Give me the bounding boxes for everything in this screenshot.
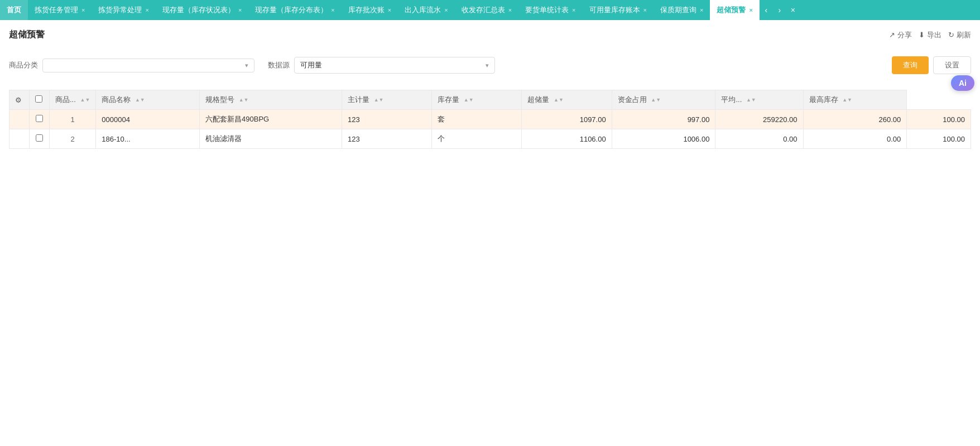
ai-button[interactable]: Ai xyxy=(951,75,974,91)
nav-summary-table[interactable]: 收发存汇总表 × xyxy=(455,0,518,20)
nav-shelf-life[interactable]: 保质期查询 × xyxy=(654,0,710,20)
close-icon[interactable]: × xyxy=(388,7,391,13)
table-row: 2 186-10... 机油滤清器 123 个 1106.00 1006.00 … xyxy=(9,129,971,149)
datasource-select-value: 可用量 xyxy=(300,60,322,70)
data-table: ⚙ 商品... ▲▼ 商品名称 ▲▼ 规格型号 ▲▼ 主计 xyxy=(9,90,971,149)
nav-batch-account[interactable]: 库存批次账 × xyxy=(342,0,398,20)
row-unit: 个 xyxy=(432,129,522,149)
nav-available-book[interactable]: 可用量库存账本 × xyxy=(583,0,654,20)
row-gear-cell xyxy=(9,129,30,149)
row-checkbox-cell[interactable] xyxy=(30,129,50,149)
row-avg-price: 260.00 xyxy=(803,110,907,129)
row-product-code: 186-10... xyxy=(96,129,200,149)
close-icon[interactable]: × xyxy=(508,7,512,13)
sort-icon: ▲▼ xyxy=(651,98,661,103)
row-stock-qty: 1106.00 xyxy=(522,129,612,149)
datasource-filter-label: 数据源 xyxy=(268,60,290,70)
nav-stock-dist[interactable]: 现存量（库存分布表） × xyxy=(248,0,341,20)
th-checkbox[interactable] xyxy=(30,90,50,110)
nav-order-stats[interactable]: 要货单统计表 × xyxy=(518,0,582,20)
refresh-icon: ↻ xyxy=(948,31,954,39)
row-unit: 套 xyxy=(432,110,522,129)
category-filter-label: 商品分类 xyxy=(9,60,38,70)
close-icon[interactable]: × xyxy=(145,7,148,13)
nav-pick-task[interactable]: 拣货任务管理 × xyxy=(28,0,92,20)
nav-overstock-warning[interactable]: 超储预警 × xyxy=(710,0,759,20)
row-stock-qty: 1097.00 xyxy=(522,110,612,129)
refresh-button[interactable]: ↻ 刷新 xyxy=(948,30,971,40)
close-icon[interactable]: × xyxy=(643,7,647,13)
gear-icon: ⚙ xyxy=(15,96,22,104)
export-icon: ⬇ xyxy=(919,31,925,39)
nav-inout-flow[interactable]: 出入库流水 × xyxy=(398,0,454,20)
settings-button[interactable]: 设置 xyxy=(933,56,971,74)
select-all-checkbox[interactable] xyxy=(35,95,42,103)
share-icon: ↗ xyxy=(889,31,895,39)
header-actions: ↗ 分享 ⬇ 导出 ↻ 刷新 xyxy=(889,30,971,40)
sort-icon: ▲▼ xyxy=(842,98,852,103)
query-button[interactable]: 查询 xyxy=(892,56,929,74)
export-button[interactable]: ⬇ 导出 xyxy=(919,30,941,40)
row-checkbox[interactable] xyxy=(36,134,43,142)
page-content: 超储预警 ↗ 分享 ⬇ 导出 ↻ 刷新 商品分类 ▾ 数据源 xyxy=(0,20,980,446)
datasource-select[interactable]: 可用量 ▾ xyxy=(294,57,495,74)
th-unit[interactable]: 主计量 ▲▼ xyxy=(342,90,432,110)
close-icon[interactable]: × xyxy=(331,7,334,13)
th-spec[interactable]: 规格型号 ▲▼ xyxy=(200,90,342,110)
row-num-inline: 2 xyxy=(50,129,96,149)
row-product-name: 机油滤清器 xyxy=(200,129,342,149)
nav-home[interactable]: 首页 xyxy=(0,0,28,20)
th-capital-used[interactable]: 资金占用 ▲▼ xyxy=(612,90,715,110)
share-button[interactable]: ↗ 分享 xyxy=(889,30,912,40)
nav-next-arrow[interactable]: › xyxy=(773,0,786,20)
filter-actions: 查询 设置 xyxy=(892,56,971,74)
row-checkbox[interactable] xyxy=(36,115,43,122)
page-title: 超储预警 xyxy=(9,29,45,41)
close-icon[interactable]: × xyxy=(81,7,85,13)
sort-icon: ▲▼ xyxy=(374,98,384,103)
sort-icon: ▲▼ xyxy=(554,98,564,103)
close-icon[interactable]: × xyxy=(238,7,242,13)
table-row: 1 0000004 六配套新昌490BPG 123 套 1097.00 997.… xyxy=(9,110,971,129)
sort-icon: ▲▼ xyxy=(80,98,90,103)
row-product-name: 六配套新昌490BPG xyxy=(200,110,342,129)
row-spec: 123 xyxy=(342,129,432,149)
row-checkbox-cell[interactable] xyxy=(30,110,50,129)
row-max-stock: 100.00 xyxy=(907,129,971,149)
chevron-down-icon: ▾ xyxy=(486,62,489,69)
row-capital-used: 259220.00 xyxy=(715,110,803,129)
nav-stock-status[interactable]: 现存量（库存状况表） × xyxy=(156,0,248,20)
nav-close-all-button[interactable]: × xyxy=(786,0,800,20)
sort-icon: ▲▼ xyxy=(464,98,474,103)
row-avg-price: 0.00 xyxy=(803,129,907,149)
th-product-code[interactable]: 商品... ▲▼ xyxy=(50,90,96,110)
top-nav: 首页 拣货任务管理 × 拣货异常处理 × 现存量（库存状况表） × 现存量（库存… xyxy=(0,0,980,20)
row-overstock-qty: 997.00 xyxy=(612,110,715,129)
sort-icon: ▲▼ xyxy=(746,98,756,103)
row-product-code: 0000004 xyxy=(96,110,200,129)
th-avg-price[interactable]: 平均... ▲▼ xyxy=(715,90,803,110)
filter-area: 商品分类 ▾ 数据源 可用量 ▾ 查询 设置 xyxy=(9,50,971,81)
th-gear[interactable]: ⚙ xyxy=(9,90,30,110)
row-capital-used: 0.00 xyxy=(715,129,803,149)
th-overstock-qty[interactable]: 超储量 ▲▼ xyxy=(522,90,612,110)
th-stock-qty[interactable]: 库存量 ▲▼ xyxy=(432,90,522,110)
close-icon[interactable]: × xyxy=(700,7,703,13)
th-max-stock[interactable]: 最高库存 ▲▼ xyxy=(803,90,907,110)
sort-icon: ▲▼ xyxy=(239,98,249,103)
close-icon[interactable]: × xyxy=(444,7,448,13)
nav-pick-exception[interactable]: 拣货异常处理 × xyxy=(92,0,155,20)
row-overstock-qty: 1006.00 xyxy=(612,129,715,149)
category-filter-item: 商品分类 ▾ xyxy=(9,59,254,72)
sort-icon: ▲▼ xyxy=(135,98,145,103)
close-icon[interactable]: × xyxy=(749,7,752,13)
category-select[interactable]: ▾ xyxy=(42,59,254,72)
datasource-filter-item: 数据源 可用量 ▾ xyxy=(268,57,495,74)
row-num-inline: 1 xyxy=(50,110,96,129)
th-product-name[interactable]: 商品名称 ▲▼ xyxy=(96,90,200,110)
row-spec: 123 xyxy=(342,110,432,129)
table-header-row: ⚙ 商品... ▲▼ 商品名称 ▲▼ 规格型号 ▲▼ 主计 xyxy=(9,90,971,110)
nav-prev-arrow[interactable]: ‹ xyxy=(760,0,773,20)
page-header: 超储预警 ↗ 分享 ⬇ 导出 ↻ 刷新 xyxy=(9,29,971,41)
close-icon[interactable]: × xyxy=(572,7,575,13)
